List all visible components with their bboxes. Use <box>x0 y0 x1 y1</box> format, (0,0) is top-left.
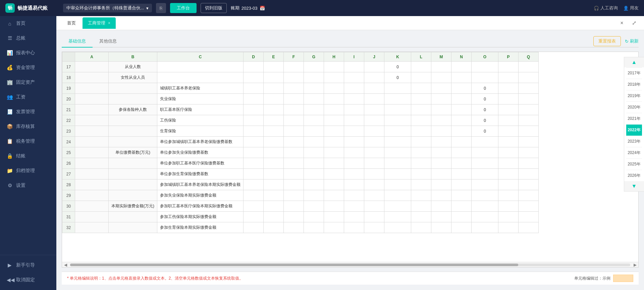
cell-d[interactable] <box>244 137 264 147</box>
cell-a[interactable] <box>75 169 109 179</box>
cell-d[interactable] <box>244 158 264 169</box>
sidebar-item-salary[interactable]: 👥 工资 <box>0 90 56 104</box>
close-panel-button[interactable]: × <box>617 18 627 28</box>
cell-m[interactable] <box>431 115 451 126</box>
table-row[interactable]: 17从业人数0 <box>62 62 539 72</box>
cell-h[interactable] <box>324 222 344 233</box>
table-row[interactable]: 23生育保险0 <box>62 126 539 137</box>
cell-o[interactable] <box>472 212 498 222</box>
cell-j[interactable] <box>364 190 384 201</box>
cell-q[interactable] <box>519 201 539 212</box>
cell-a[interactable] <box>75 137 109 147</box>
cell-f[interactable] <box>284 169 304 179</box>
cell-k[interactable] <box>384 126 411 137</box>
workbench-button[interactable]: 工作台 <box>170 3 197 13</box>
cell-d[interactable] <box>244 212 264 222</box>
cell-q[interactable] <box>519 212 539 222</box>
cell-l[interactable] <box>411 83 431 94</box>
cell-i[interactable] <box>344 201 364 212</box>
sidebar-item-close[interactable]: 🔒 结账 <box>0 149 56 163</box>
table-row[interactable]: 21参保各险种人数职工基本医疗保险0 <box>62 104 539 115</box>
cell-l[interactable] <box>411 169 431 179</box>
table-row[interactable]: 32参加生育保险本期实际缴费金额 <box>62 222 539 233</box>
cell-g[interactable] <box>304 94 324 104</box>
cell-a[interactable] <box>75 179 109 190</box>
sub-tab-other[interactable]: 其他信息 <box>93 35 123 48</box>
cell-n[interactable] <box>451 147 472 158</box>
cell-m[interactable] <box>431 83 451 94</box>
cell-o[interactable] <box>472 158 498 169</box>
cell-g[interactable] <box>304 201 324 212</box>
cell-j[interactable] <box>364 115 384 126</box>
cell-q[interactable] <box>519 137 539 147</box>
cell-i[interactable] <box>344 158 364 169</box>
cell-b[interactable]: 从业人数 <box>109 62 157 72</box>
cell-k[interactable] <box>384 212 411 222</box>
sidebar-item-report[interactable]: 📊 报表中心 <box>0 46 56 60</box>
cell-p[interactable] <box>498 147 519 158</box>
cell-b[interactable] <box>109 83 157 94</box>
table-row[interactable]: 28参加城镇职工基本养老保险本期实际缴费金额 <box>62 179 539 190</box>
cell-b[interactable] <box>109 115 157 126</box>
cell-e[interactable] <box>264 126 284 137</box>
cell-h[interactable] <box>324 94 344 104</box>
cell-n[interactable] <box>451 94 472 104</box>
cell-i[interactable] <box>344 212 364 222</box>
cell-m[interactable] <box>431 62 451 72</box>
cell-i[interactable] <box>344 179 364 190</box>
cell-l[interactable] <box>411 62 431 72</box>
cell-g[interactable] <box>304 190 324 201</box>
cell-i[interactable] <box>344 83 364 94</box>
cell-b[interactable] <box>109 158 157 169</box>
cell-l[interactable] <box>411 115 431 126</box>
cell-p[interactable] <box>498 158 519 169</box>
cell-l[interactable] <box>411 137 431 147</box>
cell-m[interactable] <box>431 190 451 201</box>
year-item-2018年[interactable]: 2018年 <box>626 79 642 90</box>
cell-b[interactable]: 参保各险种人数 <box>109 104 157 115</box>
cell-k[interactable] <box>384 201 411 212</box>
cell-i[interactable] <box>344 147 364 158</box>
cell-p[interactable] <box>498 222 519 233</box>
table-row[interactable]: 20失业保险0 <box>62 94 539 104</box>
sidebar-item-inventory[interactable]: 📦 库存核算 <box>0 119 56 134</box>
cell-i[interactable] <box>344 94 364 104</box>
cell-o[interactable]: 0 <box>472 126 498 137</box>
cell-h[interactable] <box>324 83 344 94</box>
year-item-2017年[interactable]: 2017年 <box>626 67 642 79</box>
cell-m[interactable] <box>431 169 451 179</box>
cell-h[interactable] <box>324 201 344 212</box>
cell-f[interactable] <box>284 222 304 233</box>
cell-b[interactable] <box>109 179 157 190</box>
cell-m[interactable] <box>431 126 451 137</box>
cell-h[interactable] <box>324 126 344 137</box>
sidebar-item-invoice[interactable]: 🧾 发票管理 <box>0 104 56 119</box>
cell-g[interactable] <box>304 212 324 222</box>
cell-e[interactable] <box>264 212 284 222</box>
sidebar-item-home[interactable]: ⌂ 首页 <box>0 16 56 31</box>
cell-q[interactable] <box>519 179 539 190</box>
cell-l[interactable] <box>411 126 431 137</box>
year-up-button[interactable]: ▲ <box>624 57 644 67</box>
cell-c[interactable]: 生育保险 <box>157 126 244 137</box>
cell-j[interactable] <box>364 62 384 72</box>
cell-q[interactable] <box>519 72 539 83</box>
cell-c[interactable] <box>157 72 244 83</box>
cell-h[interactable] <box>324 137 344 147</box>
cell-m[interactable] <box>431 104 451 115</box>
year-item-2023年[interactable]: 2023年 <box>626 136 642 147</box>
cell-k[interactable]: 0 <box>384 62 411 72</box>
table-row[interactable]: 19城镇职工基本养老保险0 <box>62 83 539 94</box>
cell-f[interactable] <box>284 212 304 222</box>
cell-m[interactable] <box>431 94 451 104</box>
cell-p[interactable] <box>498 201 519 212</box>
cell-a[interactable] <box>75 94 109 104</box>
cell-h[interactable] <box>324 212 344 222</box>
cell-h[interactable] <box>324 158 344 169</box>
cell-a[interactable] <box>75 222 109 233</box>
year-item-2021年[interactable]: 2021年 <box>626 113 642 124</box>
cell-d[interactable] <box>244 62 264 72</box>
cell-g[interactable] <box>304 83 324 94</box>
cell-e[interactable] <box>264 72 284 83</box>
cell-l[interactable] <box>411 190 431 201</box>
